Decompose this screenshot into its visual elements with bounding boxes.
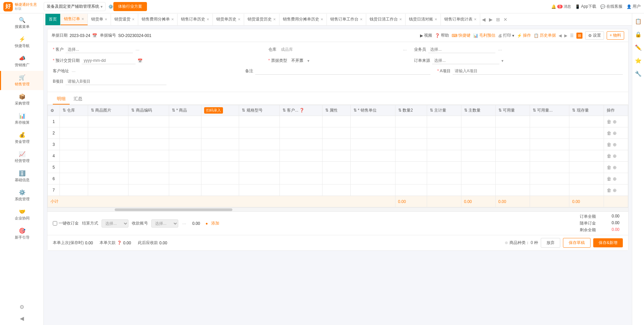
user-btn[interactable]: 👤 用户	[627, 4, 641, 9]
row-6-attributes[interactable]	[323, 173, 351, 185]
tab-sales-stats[interactable]: 销售订单统计表 ✕	[441, 14, 480, 25]
tab-home[interactable]: 首页	[45, 14, 61, 25]
print-btn[interactable]: 🖨 打印 ▾	[498, 33, 514, 38]
row-1-warehouse[interactable]	[60, 116, 88, 127]
row-1-delete-btn[interactable]: 🗑	[607, 119, 611, 124]
row-1-customer-code[interactable]	[279, 116, 322, 127]
row-4-warehouse[interactable]	[60, 150, 88, 162]
row-4-sales-unit[interactable]	[350, 150, 395, 162]
calendar-icon[interactable]: 📅	[92, 33, 97, 38]
tab-cash-reconcile[interactable]: 钱货日清对账 ✕	[406, 14, 441, 25]
row-7-product[interactable]	[169, 185, 201, 196]
tab-sales-workbench[interactable]: 销售订单工作台 ✕	[327, 14, 366, 25]
collapse-icon[interactable]: ◀	[20, 315, 24, 322]
save-new-button[interactable]: 保存&新增	[593, 238, 623, 247]
th-attributes[interactable]: ⇅ 属性	[323, 105, 351, 116]
row-3-attributes[interactable]	[323, 139, 351, 150]
th-available-qty[interactable]: ⇅ 可用量	[495, 105, 530, 116]
sidebar-item-collaboration[interactable]: 🤝 企业协同	[0, 205, 43, 224]
th-qty2[interactable]: ⇅ 数量2	[395, 105, 427, 116]
tab-expand-btn[interactable]: ⊞	[494, 17, 502, 22]
th-settings[interactable]: ⚙	[48, 105, 60, 116]
row-1-sales-unit[interactable]	[350, 116, 395, 127]
tab-close-expense-history[interactable]: ✕	[320, 17, 323, 21]
scroll-bar-area[interactable]	[47, 207, 628, 211]
sidebar-item-finance[interactable]: 💰 资金管理	[0, 128, 43, 148]
order-source-input[interactable]	[432, 57, 499, 64]
sidebar-item-management[interactable]: 📈 经营管理	[0, 148, 43, 167]
remarks-input[interactable]	[255, 68, 431, 75]
row-6-customer-code[interactable]	[279, 173, 322, 185]
row-5-delete-btn[interactable]: 🗑	[607, 165, 611, 170]
row-6-warehouse[interactable]	[60, 173, 88, 185]
row-6-product[interactable]	[169, 173, 201, 185]
row-6-qty2[interactable]	[395, 173, 427, 185]
tab-close-sales-order[interactable]: ✕	[81, 17, 84, 21]
tab-sales-expense[interactable]: 销售费用分摊单 ✕	[138, 14, 178, 25]
detail-tab-summary[interactable]: 汇总	[70, 94, 86, 105]
scan-button[interactable]: 扫码录入	[204, 107, 223, 114]
app-download-btn[interactable]: 📱 App下载	[575, 4, 596, 9]
row-6-main-qty[interactable]	[461, 173, 495, 185]
row-5-warehouse[interactable]	[60, 162, 88, 173]
right-panel-clipboard-icon[interactable]: 📋	[634, 17, 643, 26]
notification-btn[interactable]: 🔔 9 9 消息	[551, 4, 571, 9]
row-5-sales-unit[interactable]	[350, 162, 395, 173]
sidebar-item-purchase[interactable]: 📦 采购管理	[0, 90, 43, 109]
row-5-product-code[interactable]	[128, 162, 169, 173]
row-7-spec[interactable]	[239, 185, 280, 196]
row-4-qty2[interactable]	[395, 150, 427, 162]
tab-sales-order[interactable]: 销售订单 ✕	[61, 14, 88, 25]
th-current-qty[interactable]: ⇅ 现存量	[569, 105, 604, 116]
shortcut-btn[interactable]: ⌨ 快捷键	[452, 33, 470, 38]
row-5-product[interactable]	[169, 162, 201, 173]
tab-close-sales-stats[interactable]: ✕	[474, 17, 477, 21]
row-5-attributes[interactable]	[323, 162, 351, 173]
nav-prev-btn[interactable]: ◀	[559, 33, 562, 38]
tab-close-cash-reconcile[interactable]: ✕	[434, 17, 437, 21]
row-5-customer-code[interactable]	[279, 162, 322, 173]
right-panel-star-icon[interactable]: ⭐	[634, 56, 643, 65]
row-4-delete-btn[interactable]: 🗑	[607, 153, 611, 159]
row-5-spec[interactable]	[239, 162, 280, 173]
th-product[interactable]: ⇅ * 商品	[169, 105, 201, 116]
row-2-attributes[interactable]	[323, 127, 351, 139]
tab-expense-history[interactable]: 销售费用分摊单历史 ✕	[279, 14, 327, 25]
sidebar-item-marketing[interactable]: 📣 营销推广	[0, 52, 43, 71]
row-3-customer-code[interactable]	[279, 139, 322, 150]
th-available-qty2[interactable]: ⇅ 可用量...	[530, 105, 569, 116]
tab-cash-workbench[interactable]: 钱货日清工作台 ✕	[366, 14, 406, 25]
row-7-main-qty[interactable]	[461, 185, 495, 196]
column-settings-icon[interactable]: ⚙	[50, 108, 54, 113]
profit-btn[interactable]: 📊 毛利预估	[473, 33, 495, 38]
oneclick-checkbox[interactable]	[53, 221, 57, 226]
row-1-main-qty[interactable]	[461, 116, 495, 127]
account-select[interactable]: 选择...	[151, 219, 178, 228]
sidebar-item-inventory[interactable]: 📊 库存核算	[0, 109, 43, 128]
row-7-customer-code[interactable]	[279, 185, 322, 196]
th-spec[interactable]: ⇅ 规格型号	[239, 105, 280, 116]
sidebar-item-basic-info[interactable]: ℹ️ 基础信息	[0, 167, 43, 186]
row-4-copy-btn[interactable]: ⊕	[613, 153, 617, 159]
customer-dots-btn[interactable]: ···	[135, 47, 140, 52]
row-6-delete-btn[interactable]: 🗑	[607, 176, 611, 181]
th-product-code[interactable]: ⇅ 商品编码	[128, 105, 169, 116]
row-3-qty2[interactable]	[395, 139, 427, 150]
delivery-date-input[interactable]	[82, 57, 136, 64]
customer-input[interactable]	[66, 46, 133, 53]
tab-close-cash-workbench[interactable]: ✕	[399, 17, 402, 21]
row-4-product[interactable]	[169, 150, 201, 162]
row-3-product[interactable]	[169, 139, 201, 150]
order-source-dropdown-icon[interactable]: ▾	[501, 58, 503, 63]
right-panel-edit-icon[interactable]: ✏️	[634, 43, 643, 52]
tab-return-history[interactable]: 销货退货历史 ✕	[244, 14, 279, 25]
row-2-sales-unit[interactable]	[350, 127, 395, 139]
row-1-attributes[interactable]	[323, 116, 351, 127]
row-5-copy-btn[interactable]: ⊕	[613, 165, 617, 170]
save-draft-button[interactable]: 保存草稿	[563, 238, 591, 248]
th-customer-code[interactable]: ⇅ 客户... ❓	[279, 105, 322, 116]
tab-close-sales-order-history[interactable]: ✕	[206, 17, 209, 21]
right-panel-tool-icon[interactable]: 🔧	[634, 69, 643, 78]
row-4-attributes[interactable]	[323, 150, 351, 162]
discard-button[interactable]: 放弃	[541, 238, 560, 248]
